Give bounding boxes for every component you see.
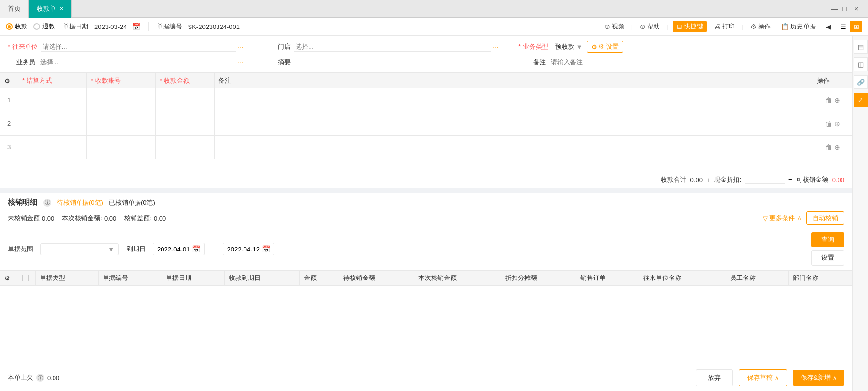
- query-btn[interactable]: 查询: [811, 232, 844, 247]
- biz-type-label: * 业务类型: [518, 42, 548, 51]
- bt-discount-label: 折扣分摊额: [505, 274, 537, 281]
- agent-input[interactable]: [38, 57, 236, 67]
- select-all-checkbox[interactable]: [22, 275, 29, 281]
- video-btn[interactable]: ⊙ 视频: [601, 21, 627, 32]
- toolbar: 收款 退款 单据日期 2023-03-24 📅 单据编号 SK-20230324…: [0, 18, 868, 36]
- agent-field: 业务员 ···: [8, 57, 244, 67]
- list-view-btn[interactable]: ☰: [838, 21, 849, 32]
- bt-checkbox-header[interactable]: [18, 271, 36, 286]
- row-3-copy-icon[interactable]: ⊕: [834, 143, 840, 151]
- print-btn[interactable]: 🖨 打印: [711, 21, 738, 32]
- biz-type-field: * 业务类型 预收款 ▼ ⚙ ⚙ 设置: [518, 41, 844, 53]
- th-amount-label: * 收款金额: [160, 77, 190, 84]
- sidebar-icon-3[interactable]: 🔗: [854, 75, 868, 89]
- close-window-icon[interactable]: ×: [854, 5, 862, 13]
- summary-field: 摘要: [263, 57, 499, 67]
- save-new-arrow: ∧: [833, 375, 837, 381]
- row-2-copy-icon[interactable]: ⊕: [834, 120, 840, 128]
- minimize-icon[interactable]: —: [831, 5, 839, 13]
- footer-right: 放弃 保存草稿 ∧ 保存&新增 ∧: [696, 369, 844, 386]
- row-2-amount[interactable]: [156, 112, 215, 136]
- row-2-remark[interactable]: [215, 112, 813, 136]
- summary-input[interactable]: [294, 57, 499, 67]
- date-from-input[interactable]: 2022-04-01 📅: [153, 243, 205, 255]
- row-3-remark[interactable]: [215, 136, 813, 159]
- row-1-amount[interactable]: [156, 88, 215, 112]
- set-button[interactable]: ⚙ ⚙ 设置: [587, 41, 624, 53]
- sidebar-icon-2-glyph: ◫: [858, 61, 864, 68]
- agent-more-icon[interactable]: ···: [238, 58, 244, 66]
- row-1-delete-icon[interactable]: 🗑: [825, 96, 832, 104]
- th-account: * 收款账号: [87, 73, 156, 88]
- agent-label: 业务员: [8, 58, 35, 67]
- row-2-delete-icon[interactable]: 🗑: [825, 120, 832, 128]
- shortcut-label: 快捷键: [684, 22, 703, 31]
- grid-view-btn[interactable]: ⊞: [850, 21, 862, 32]
- date-to-input[interactable]: 2022-04-12 📅: [223, 243, 275, 255]
- filter-set-btn[interactable]: 设置: [811, 250, 844, 266]
- biz-type-arrow[interactable]: ▼: [576, 43, 583, 51]
- row-3-settle[interactable]: [18, 136, 87, 159]
- client-input[interactable]: [41, 42, 236, 52]
- bt-gear[interactable]: ⚙: [0, 271, 18, 286]
- store-input[interactable]: [294, 42, 491, 52]
- bt-current-label: 本次核销金额: [418, 274, 457, 281]
- sidebar-icon-2[interactable]: ◫: [854, 57, 868, 71]
- radio-tuidan[interactable]: 退款: [33, 22, 55, 31]
- radio-shoukuan[interactable]: 收款: [6, 22, 27, 31]
- help-btn[interactable]: ⊙ 帮助: [637, 21, 663, 32]
- th-account-label: * 收款账号: [91, 77, 121, 84]
- bt-dept-label: 部门名称: [793, 274, 818, 281]
- due-date-label: 到期日: [127, 245, 146, 253]
- bt-amount: 金额: [300, 271, 339, 286]
- row-3-delete-icon[interactable]: 🗑: [825, 143, 832, 151]
- client-field: * 往来单位 ···: [8, 42, 244, 52]
- range-select[interactable]: ▼: [40, 243, 119, 255]
- calendar-icon[interactable]: 📅: [132, 23, 140, 30]
- save-new-btn[interactable]: 保存&新增 ∧: [793, 370, 844, 386]
- row-3-account[interactable]: [87, 136, 156, 159]
- discount-input[interactable]: [745, 176, 785, 184]
- bt-date: 单据日期: [162, 271, 224, 286]
- history-btn[interactable]: 📋 历史单据: [778, 21, 819, 32]
- remark-input[interactable]: [549, 57, 844, 67]
- row-3-amount[interactable]: [156, 136, 215, 159]
- tab-shoukuan[interactable]: 收款单 ×: [29, 0, 72, 18]
- shortcut-btn[interactable]: ⊟ 快捷键: [673, 21, 707, 32]
- sidebar-icon-1[interactable]: ▤: [854, 40, 868, 54]
- row-2-account[interactable]: [87, 112, 156, 136]
- th-actions: 操作: [813, 73, 852, 88]
- main-table: ⚙ * 结算方式 * 收款账号 * 收款金额 备注 操作 1: [0, 73, 852, 159]
- th-remark-label: 备注: [218, 77, 231, 84]
- tab-close-icon[interactable]: ×: [60, 5, 63, 12]
- set-label: ⚙ 设置: [598, 42, 619, 51]
- tab-home[interactable]: 首页: [0, 0, 29, 18]
- form-area: * 往来单位 ··· 门店 ··· * 业务类型 预收款 ▼: [0, 36, 852, 73]
- row-3-actions: 🗑 ⊕: [813, 136, 852, 159]
- hx-info-icon[interactable]: ⓘ: [43, 199, 51, 207]
- save-draft-btn[interactable]: 保存草稿 ∧: [739, 369, 787, 386]
- row-1-copy-icon[interactable]: ⊕: [834, 96, 840, 104]
- row-1-account[interactable]: [87, 88, 156, 112]
- abandon-btn[interactable]: 放弃: [696, 369, 733, 386]
- operate-btn[interactable]: ⚙ 操作: [747, 21, 774, 32]
- client-more-icon[interactable]: ···: [238, 43, 244, 51]
- row-1-settle[interactable]: [18, 88, 87, 112]
- hx-pending-tab[interactable]: 待核销单据(0笔): [57, 198, 103, 207]
- store-more-icon[interactable]: ···: [493, 43, 499, 51]
- more-filter-btn[interactable]: ▽ 更多条件 ∧: [763, 214, 802, 223]
- row-2-settle[interactable]: [18, 112, 87, 136]
- bt-pending: 待核销金额: [339, 271, 414, 286]
- sidebar-icon-4[interactable]: ⤢: [854, 93, 868, 107]
- maximize-icon[interactable]: □: [842, 5, 850, 13]
- view-icons: ☰ ⊞: [838, 21, 862, 32]
- nav-prev-btn[interactable]: ◀: [823, 22, 834, 31]
- shortcut-icon: ⊟: [677, 23, 682, 30]
- video-label: 视频: [612, 22, 624, 31]
- hx-done-tab[interactable]: 已核销单据(0笔): [109, 198, 155, 207]
- th-gear[interactable]: ⚙: [0, 73, 18, 88]
- row-1-remark[interactable]: [215, 88, 813, 112]
- auto-hx-btn[interactable]: 自动核销: [806, 211, 844, 225]
- footer-info-icon[interactable]: ⓘ: [36, 374, 44, 382]
- filter-right: 查询 设置: [811, 232, 844, 266]
